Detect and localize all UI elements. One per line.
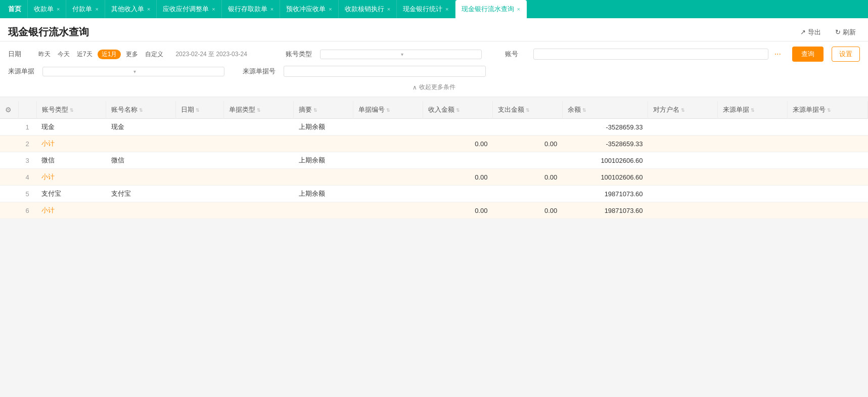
account-label: 账号 (505, 50, 525, 59)
cell-doc-no (353, 202, 423, 219)
close-icon[interactable]: × (387, 6, 390, 12)
chevron-down-icon: ▾ (133, 69, 220, 74)
query-button[interactable]: 查询 (792, 47, 824, 62)
date-btn-yesterday[interactable]: 昨天 (36, 50, 53, 59)
cell-summary (294, 169, 353, 186)
cell-date (176, 169, 224, 186)
source-doc-no-input[interactable] (284, 66, 486, 77)
cell-source-doc-no (787, 169, 867, 186)
close-icon[interactable]: × (445, 6, 448, 12)
date-btn-7days[interactable]: 近7天 (75, 50, 95, 59)
nav-tab-cash-bank-stat[interactable]: 现金银行统计 × (397, 0, 455, 18)
nav-tab-bank-deposit[interactable]: 银行存取款单 × (222, 0, 280, 18)
cell-source-doc (717, 186, 787, 202)
col-num (18, 101, 36, 119)
table-row: 1 现金 现金 上期余额 -3528659.33 (0, 119, 868, 136)
cell-income: 0.00 (423, 169, 493, 186)
col-expense: 支出金额⇅ (492, 101, 562, 119)
cell-counterparty (648, 169, 718, 186)
date-btn-today[interactable]: 今天 (56, 50, 72, 59)
cell-gear (0, 169, 18, 186)
export-button[interactable]: ↗ 导出 (796, 26, 825, 39)
cell-date (176, 202, 224, 219)
close-icon[interactable]: × (212, 6, 215, 12)
account-input[interactable] (533, 49, 768, 60)
col-date: 日期⇅ (176, 101, 224, 119)
cell-doc-no (353, 169, 423, 186)
col-counterparty: 对方户名⇅ (648, 101, 718, 119)
chevron-up-icon: ∧ (413, 84, 417, 91)
cell-expense (492, 186, 562, 202)
date-btn-1month[interactable]: 近1月 (98, 50, 121, 59)
nav-tab-receipt-verify[interactable]: 收款核销执行 × (339, 0, 397, 18)
close-icon[interactable]: × (270, 6, 273, 12)
close-icon[interactable]: × (329, 6, 332, 12)
cell-date (176, 152, 224, 169)
cell-balance: 100102606.60 (562, 152, 648, 169)
chevron-down-icon: ▾ (401, 52, 477, 57)
nav-tab-cash-bank-flow[interactable]: 现金银行流水查询 × (455, 0, 527, 18)
cell-balance: 19871073.60 (562, 186, 648, 202)
cell-counterparty (648, 186, 718, 202)
nav-tab-payment[interactable]: 付款单 × (66, 0, 105, 18)
cell-num: 6 (18, 202, 36, 219)
collapse-button[interactable]: ∧ 收起更多条件 (8, 81, 860, 95)
cell-doc-type (224, 152, 294, 169)
cell-gear (0, 152, 18, 169)
cell-source-doc (717, 136, 787, 152)
cell-num: 3 (18, 152, 36, 169)
col-account-name: 账号名称⇅ (106, 101, 176, 119)
settings-button[interactable]: 设置 (832, 47, 860, 62)
source-doc-label: 来源单据 (8, 67, 34, 76)
cell-account-name: 支付宝 (106, 186, 176, 202)
close-icon[interactable]: × (517, 6, 520, 12)
nav-tab-advance-offset[interactable]: 预收冲应收单 × (280, 0, 338, 18)
col-summary: 摘要⇅ (294, 101, 353, 119)
cell-account-name (106, 169, 176, 186)
date-label: 日期 (8, 50, 28, 59)
cell-doc-type (224, 186, 294, 202)
source-doc-select[interactable]: ▾ (42, 67, 224, 76)
refresh-button[interactable]: ↻ 刷新 (831, 26, 860, 39)
filter-area: 日期 昨天 今天 近7天 近1月 更多 自定义 2023-02-24 至 202… (0, 41, 868, 97)
nav-tab-ar-adjustment[interactable]: 应收应付调整单 × (157, 0, 221, 18)
refresh-icon: ↻ (835, 28, 841, 36)
cell-account-name (106, 136, 176, 152)
cell-num: 1 (18, 119, 36, 136)
account-dots-button[interactable]: ··· (771, 49, 784, 60)
nav-tab-home[interactable]: 首页 (2, 0, 28, 18)
cell-source-doc-no (787, 136, 867, 152)
cell-account-type: 微信 (36, 152, 106, 169)
col-source-doc-no: 来源单据号⇅ (787, 101, 867, 119)
cell-source-doc-no (787, 119, 867, 136)
table-row: 6 小计 0.00 0.00 19871073.60 (0, 202, 868, 219)
cell-balance: 100102606.60 (562, 169, 648, 186)
col-balance: 余额⇅ (562, 101, 648, 119)
cell-income: 0.00 (423, 136, 493, 152)
cell-num: 2 (18, 136, 36, 152)
cell-date (176, 136, 224, 152)
date-btn-custom[interactable]: 自定义 (143, 50, 165, 59)
close-icon[interactable]: × (95, 6, 98, 12)
date-btn-more[interactable]: 更多 (124, 50, 140, 59)
cell-counterparty (648, 152, 718, 169)
cell-summary: 上期余额 (294, 152, 353, 169)
cell-summary (294, 202, 353, 219)
cell-expense: 0.00 (492, 169, 562, 186)
close-icon[interactable]: × (57, 6, 60, 12)
cell-balance: -3528659.33 (562, 136, 648, 152)
col-gear: ⚙ (0, 101, 18, 119)
gear-icon[interactable]: ⚙ (5, 106, 12, 114)
cell-account-type: 小计 (36, 136, 106, 152)
nav-tab-receipt[interactable]: 收款单 × (28, 0, 66, 18)
cell-income (423, 119, 493, 136)
nav-tab-other-income[interactable]: 其他收入单 × (105, 0, 157, 18)
data-table: ⚙ 账号类型⇅ 账号名称⇅ 日期⇅ 单据类型⇅ 摘要⇅ 单据编号⇅ 收入金额⇅ … (0, 101, 868, 219)
close-icon[interactable]: × (147, 6, 150, 12)
cell-summary: 上期余额 (294, 186, 353, 202)
cell-doc-type (224, 119, 294, 136)
account-type-select[interactable]: ▾ (320, 50, 482, 59)
cell-gear (0, 119, 18, 136)
cell-source-doc-no (787, 152, 867, 169)
cell-date (176, 119, 224, 136)
